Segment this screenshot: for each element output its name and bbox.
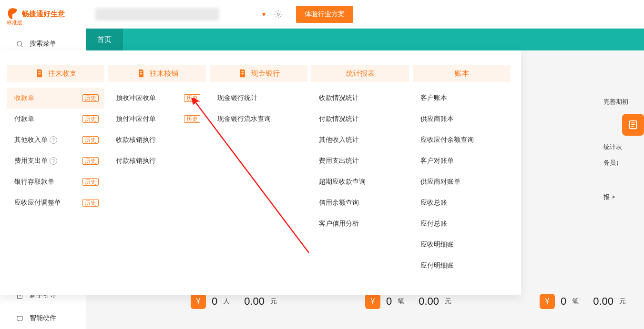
mega-item[interactable]: 其他收入统计 (311, 130, 409, 150)
stat-people: ¥ 0人 0.00元 (191, 294, 286, 309)
mega-item[interactable]: 应付总账 (413, 213, 511, 234)
svg-point-0 (17, 41, 21, 46)
history-badge[interactable]: 历史 (82, 178, 99, 186)
logo-icon (6, 7, 19, 20)
mega-item[interactable]: 客户信用分析 (311, 213, 409, 234)
mega-item[interactable]: 信用余额查询 (311, 192, 409, 213)
mega-item[interactable]: 付款情况统计 (311, 109, 409, 130)
tab-strip: 首页 (86, 29, 644, 50)
mega-menu: 往来收支收款单历史付款单历史其他收入单?历史费用支出单?历史银行存取款单历史应收… (0, 50, 521, 295)
mega-item[interactable]: 费用支出统计 (311, 150, 409, 171)
mega-item[interactable]: 收款单历史 (7, 88, 104, 109)
help-icon[interactable]: ? (50, 136, 57, 144)
mega-col-header: 账本 (413, 65, 511, 82)
mega-item[interactable]: 应收总账 (413, 192, 511, 213)
mega-col-3: 统计报表收款情况统计付款情况统计其他收入统计费用支出统计超期应收款查询信用余额查… (311, 65, 409, 276)
tab-home[interactable]: 首页 (86, 29, 123, 50)
history-badge[interactable]: 历史 (82, 115, 99, 123)
mega-item[interactable]: 现金银行统计 (210, 88, 307, 109)
mega-item[interactable]: 客户对账单 (413, 150, 511, 171)
mega-item[interactable]: 收款核销执行 (108, 130, 206, 150)
mega-item[interactable]: 供应商账本 (413, 109, 511, 130)
mega-item[interactable]: 现金银行流水查询 (210, 109, 307, 130)
history-badge[interactable]: 历史 (184, 115, 200, 123)
topbar: ▾ 体验行业方案 (86, 0, 644, 29)
stat-count1: ¥ 0笔 0.00元 (365, 294, 460, 309)
logo: 畅捷通好生意 标准版 (0, 0, 86, 28)
mega-item[interactable]: 供应商对账单 (413, 171, 511, 192)
wallet-icon: ¥ (540, 294, 555, 309)
nav-label: 智能硬件 (30, 314, 56, 322)
history-badge[interactable]: 历史 (82, 157, 99, 165)
stat-count2: ¥ 0笔 0.00元 (540, 294, 634, 309)
money-icon: ¥ (365, 294, 380, 309)
mega-col-1: 往来核销预收冲应收单历史预付冲应付单历史收款核销执行付款核销执行 (108, 65, 206, 276)
sidebar-item-12[interactable]: 智能硬件 (0, 307, 86, 329)
svg-rect-9 (17, 316, 22, 320)
mega-item[interactable]: 付款单历史 (7, 109, 104, 130)
brand-name: 畅捷通好生意 (22, 10, 65, 19)
report-icon[interactable] (622, 114, 644, 136)
history-badge[interactable]: 历史 (82, 94, 99, 102)
mega-item[interactable]: 付款核销执行 (108, 150, 206, 171)
mega-item[interactable]: 应收明细账 (413, 234, 511, 255)
chevron-down-icon[interactable]: ▾ (262, 10, 266, 18)
mega-item[interactable]: 应付明细账 (413, 255, 511, 276)
mega-item[interactable]: 银行存取款单历史 (7, 171, 104, 192)
mega-col-header: 往来核销 (108, 65, 206, 82)
right-hints: 完善期初 统计表 务员） 报 > (603, 57, 644, 205)
gear-icon[interactable] (274, 10, 283, 19)
nav-icon-0 (15, 40, 24, 48)
mega-item[interactable]: 超期应收款查询 (311, 171, 409, 192)
mega-item[interactable]: 应收应付调整单历史 (7, 192, 104, 213)
nav-label: 搜索菜单 (30, 40, 56, 48)
history-badge[interactable]: 历史 (82, 136, 99, 144)
mega-col-4: 账本客户账本供应商账本应收应付余额查询客户对账单供应商对账单应收总账应付总账应收… (413, 65, 511, 276)
svg-point-10 (277, 13, 280, 15)
mega-item[interactable]: 客户账本 (413, 88, 511, 109)
mega-item[interactable]: 收款情况统计 (311, 88, 409, 109)
mega-col-2: 现金银行现金银行统计现金银行流水查询 (210, 65, 307, 276)
stats-row: ¥ 0人 0.00元 ¥ 0笔 0.00元 ¥ 0笔 0.00元 (191, 294, 634, 309)
people-icon: ¥ (191, 294, 206, 309)
history-badge[interactable]: 历史 (184, 94, 200, 102)
mega-item[interactable]: 其他收入单?历史 (7, 130, 104, 150)
mega-col-header: 统计报表 (311, 65, 409, 82)
mega-item[interactable]: 费用支出单?历史 (7, 150, 104, 171)
mega-item[interactable]: 预付冲应付单历史 (108, 109, 206, 130)
history-badge[interactable]: 历史 (82, 199, 99, 207)
help-icon[interactable]: ? (50, 157, 57, 165)
nav-icon-12 (15, 314, 24, 322)
mega-col-header: 往来收支 (7, 65, 104, 82)
org-name-blurred[interactable] (95, 8, 219, 20)
brand-tag: 标准版 (7, 19, 22, 26)
mega-col-header: 现金银行 (210, 65, 307, 82)
mega-item[interactable]: 预收冲应收单历史 (108, 88, 206, 109)
industry-plan-button[interactable]: 体验行业方案 (296, 6, 353, 23)
mega-item[interactable]: 应收应付余额查询 (413, 130, 511, 150)
mega-col-0: 往来收支收款单历史付款单历史其他收入单?历史费用支出单?历史银行存取款单历史应收… (7, 65, 104, 276)
